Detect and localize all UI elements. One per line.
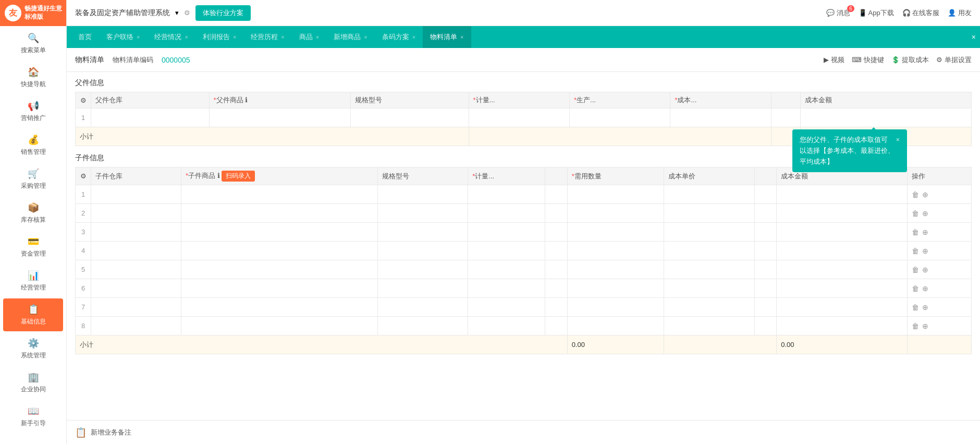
dropdown-arrow-icon[interactable]: ▾ <box>175 9 179 17</box>
online-service-btn[interactable]: 🎧 在线客服 <box>902 8 940 18</box>
delete-icon-2[interactable]: 🗑 <box>912 209 919 218</box>
trial-btn[interactable]: 体验行业方案 <box>195 5 251 21</box>
sidebar-item-search[interactable]: 🔍 搜索菜单 <box>3 27 63 60</box>
copy-icon-2[interactable]: ⊕ <box>922 209 928 218</box>
nav-tab-close-goods[interactable]: × <box>316 34 319 40</box>
sidebar-item-quicknav[interactable]: 🏠 快捷导航 <box>3 61 63 94</box>
delete-icon-7[interactable]: 🗑 <box>912 303 919 311</box>
child-cell-goods-4[interactable] <box>181 242 378 260</box>
child-cell-warehouse-7[interactable] <box>91 298 181 317</box>
child-cell-unitcost-7[interactable] <box>664 298 754 317</box>
delete-icon-6[interactable]: 🗑 <box>912 284 919 293</box>
sidebar-item-newbie[interactable]: 📖 新手引导 <box>3 400 63 433</box>
parent-cell-cost-1[interactable] <box>670 109 771 127</box>
child-cell-unit-7[interactable] <box>468 298 545 317</box>
child-cell-spec-6[interactable] <box>378 279 468 298</box>
nav-tab-profit[interactable]: 利润报告× <box>195 26 243 48</box>
child-cell-spec-8[interactable] <box>378 317 468 335</box>
toolbar-btn-extract_cost[interactable]: 💲 提取成本 <box>891 55 929 65</box>
nav-tab-home[interactable]: 首页 <box>71 26 99 48</box>
parent-cell-produce-1[interactable] <box>569 109 670 127</box>
child-cell-warehouse-6[interactable] <box>91 279 181 298</box>
nav-tab-operations[interactable]: 经营情况× <box>147 26 195 48</box>
copy-icon-6[interactable]: ⊕ <box>922 284 928 293</box>
child-cell-unitcost-8[interactable] <box>664 317 754 335</box>
child-cell-spec-3[interactable] <box>378 223 468 242</box>
nav-tab-history[interactable]: 经营历程× <box>243 26 291 48</box>
sidebar-item-operations[interactable]: 📊 经营管理 <box>3 265 63 297</box>
child-cell-unitcost-3[interactable] <box>664 223 754 242</box>
child-cell-warehouse-4[interactable] <box>91 242 181 260</box>
child-cell-unitcost-4[interactable] <box>664 242 754 260</box>
parent-cell-goods-1[interactable] <box>209 109 350 127</box>
child-cell-spec-4[interactable] <box>378 242 468 260</box>
parent-cell-unit-1[interactable] <box>469 109 569 127</box>
nav-tab-close-operations[interactable]: × <box>185 34 188 40</box>
nav-tab-goods[interactable]: 商品× <box>292 26 326 48</box>
nav-tab-customer[interactable]: 客户联络× <box>99 26 147 48</box>
toolbar-btn-video[interactable]: ▶ 视频 <box>824 55 844 65</box>
copy-icon-5[interactable]: ⊕ <box>922 266 928 274</box>
child-cell-spec-1[interactable] <box>378 185 468 204</box>
child-cell-unitcost-2[interactable] <box>664 204 754 223</box>
child-cell-spec-7[interactable] <box>378 298 468 317</box>
sidebar-item-system[interactable]: ⚙️ 系统管理 <box>3 332 63 365</box>
child-cell-qty-6[interactable] <box>567 279 664 298</box>
delete-icon-5[interactable]: 🗑 <box>912 266 919 274</box>
bottom-bar-text[interactable]: 新增业务备注 <box>91 428 131 437</box>
app-download-btn[interactable]: 📱 App下载 <box>859 8 894 18</box>
delete-icon-4[interactable]: 🗑 <box>912 247 919 255</box>
copy-icon-3[interactable]: ⊕ <box>922 228 928 236</box>
child-cell-qty-2[interactable] <box>567 204 664 223</box>
nav-tab-close-new_goods[interactable]: × <box>364 34 367 40</box>
nav-tab-barcode[interactable]: 条码方案× <box>375 26 423 48</box>
parent-col-gear[interactable]: ⚙ <box>76 92 91 109</box>
child-cell-spec-2[interactable] <box>378 204 468 223</box>
child-cell-qty-7[interactable] <box>567 298 664 317</box>
nav-tab-close-customer[interactable]: × <box>137 34 140 40</box>
sidebar-item-purchase[interactable]: 🛒 采购管理 <box>3 163 63 196</box>
toolbar-btn-shortcut[interactable]: ⌨ 快捷键 <box>852 55 884 65</box>
delete-icon-1[interactable]: 🗑 <box>912 190 919 199</box>
child-cell-goods-7[interactable] <box>181 298 378 317</box>
toolbar-btn-single_settings[interactable]: ⚙ 单据设置 <box>936 55 972 65</box>
copy-icon-8[interactable]: ⊕ <box>922 322 928 330</box>
child-cell-unitcost-6[interactable] <box>664 279 754 298</box>
child-cell-qty-4[interactable] <box>567 242 664 260</box>
child-cell-goods-5[interactable] <box>181 260 378 279</box>
child-cell-qty-5[interactable] <box>567 260 664 279</box>
copy-icon-4[interactable]: ⊕ <box>922 247 928 255</box>
child-cell-unit-2[interactable] <box>468 204 545 223</box>
child-cell-unit-6[interactable] <box>468 279 545 298</box>
parent-cell-spec-1[interactable] <box>351 109 469 127</box>
child-cell-warehouse-8[interactable] <box>91 317 181 335</box>
child-cell-warehouse-2[interactable] <box>91 204 181 223</box>
child-cell-warehouse-3[interactable] <box>91 223 181 242</box>
nav-tab-close-profit[interactable]: × <box>233 34 236 40</box>
sidebar-item-basic[interactable]: 📋 基础信息 <box>3 298 63 331</box>
child-cell-unit-8[interactable] <box>468 317 545 335</box>
delete-icon-3[interactable]: 🗑 <box>912 228 919 236</box>
child-cell-unit-4[interactable] <box>468 242 545 260</box>
child-cell-goods-1[interactable] <box>181 185 378 204</box>
nav-close-btn[interactable]: × <box>972 33 976 41</box>
child-cell-goods-3[interactable] <box>181 223 378 242</box>
child-cell-spec-5[interactable] <box>378 260 468 279</box>
child-cell-goods-6[interactable] <box>181 279 378 298</box>
child-cell-warehouse-5[interactable] <box>91 260 181 279</box>
sidebar-item-sales[interactable]: 💰 销售管理 <box>3 129 63 162</box>
nav-tab-close-bom[interactable]: × <box>460 34 463 40</box>
copy-icon-7[interactable]: ⊕ <box>922 303 928 311</box>
nav-tab-bom[interactable]: 物料清单× <box>423 26 471 48</box>
user-btn[interactable]: 👤 用友 <box>948 8 972 18</box>
message-btn[interactable]: 💬 消息 6 <box>826 8 850 18</box>
delete-icon-8[interactable]: 🗑 <box>912 322 919 330</box>
nav-tab-new_goods[interactable]: 新增商品× <box>326 26 374 48</box>
settings-icon[interactable]: ⚙ <box>184 9 190 17</box>
sidebar-item-marketing[interactable]: 📢 营销推广 <box>3 95 63 128</box>
child-cell-goods-8[interactable] <box>181 317 378 335</box>
copy-icon-1[interactable]: ⊕ <box>922 190 928 199</box>
child-cell-unitcost-1[interactable] <box>664 185 754 204</box>
parent-cell-warehouse-1[interactable] <box>91 109 210 127</box>
sidebar-item-enterprise[interactable]: 🏢 企业协同 <box>3 366 63 399</box>
